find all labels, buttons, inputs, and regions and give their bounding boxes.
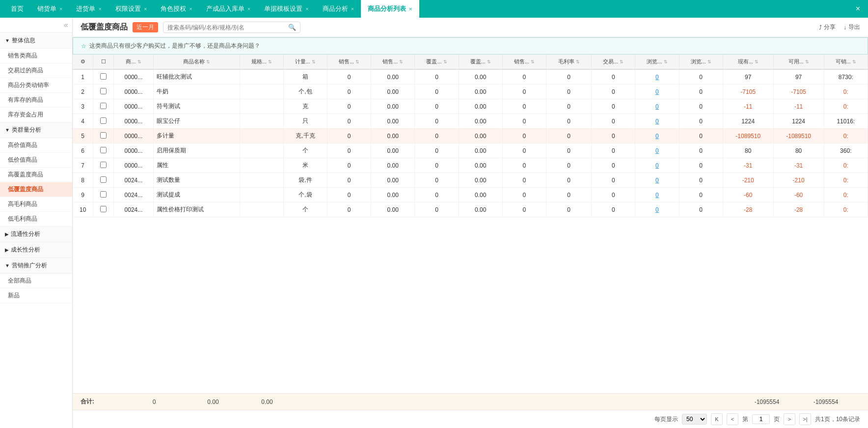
- cell-browse1[interactable]: 0: [635, 202, 679, 217]
- cell-browse1[interactable]: 0: [635, 158, 679, 173]
- info-banner: ☆ 这类商品只有很少客户购买过，是推广不够，还是商品本身问题？: [73, 37, 868, 55]
- sidebar-item-low-value[interactable]: 低价值商品: [0, 153, 72, 168]
- th-gross-rate[interactable]: 毛利率 ⇅: [546, 55, 592, 69]
- cell-browse1[interactable]: 0: [635, 188, 679, 202]
- th-trade[interactable]: 交易... ⇅: [592, 55, 635, 69]
- nav-permission-setting[interactable]: 权限设置 ×: [108, 0, 154, 18]
- sidebar-collapse-button[interactable]: «: [0, 18, 72, 33]
- th-available[interactable]: 可用... ⇅: [773, 55, 824, 69]
- th-name[interactable]: 商品名称 ⇅: [153, 55, 240, 69]
- sidebar-item-high-coverage[interactable]: 高覆盖度商品: [0, 168, 72, 182]
- sidebar-item-category-turnover[interactable]: 商品分类动销率: [0, 78, 72, 93]
- th-cover2[interactable]: 覆盖... ⇅: [459, 55, 502, 69]
- table-row: 7 0000... 属性 米 0 0.00 0 0.00 0 0 0 0 0 -…: [73, 158, 868, 173]
- cell-checkbox[interactable]: [93, 114, 114, 129]
- th-cover1[interactable]: 覆盖... ⇅: [415, 55, 459, 69]
- close-icon[interactable]: ×: [59, 0, 62, 18]
- th-spec[interactable]: 规格... ⇅: [240, 55, 283, 69]
- cell-browse1[interactable]: 0: [635, 173, 679, 188]
- close-icon[interactable]: ×: [305, 0, 308, 18]
- per-page-select[interactable]: 50 10 20 100: [682, 414, 707, 425]
- cell-checkbox[interactable]: [93, 69, 114, 85]
- cell-trade: 0: [592, 129, 635, 143]
- cell-checkbox[interactable]: [93, 129, 114, 143]
- th-checkbox[interactable]: ☐: [93, 55, 114, 69]
- cell-checkbox[interactable]: [93, 85, 114, 99]
- cell-browse1[interactable]: 0: [635, 69, 679, 85]
- sidebar-section-whole-info[interactable]: ▼ 整体信息: [0, 33, 72, 49]
- close-icon[interactable]: ×: [98, 0, 101, 18]
- cell-browse2: 0: [679, 85, 723, 99]
- sidebar-item-traded-products[interactable]: 交易过的商品: [0, 63, 72, 78]
- nav-product-inbound[interactable]: 产成品入库单 ×: [199, 0, 257, 18]
- next-page-button[interactable]: >: [784, 413, 795, 425]
- close-icon[interactable]: ×: [409, 0, 412, 18]
- sidebar-section-flow-analysis[interactable]: ▶ 流通性分析: [0, 227, 72, 242]
- th-saleable[interactable]: 可销... ⇅: [824, 55, 868, 69]
- sidebar-section-marketing-analysis[interactable]: ▼ 营销推广分析: [0, 258, 72, 274]
- cell-available: 97: [773, 69, 824, 85]
- data-table: ⚙ ☐ 商... ⇅ 商品名称 ⇅ 规格... ⇅ 计量... ⇅ 销售... …: [73, 55, 868, 217]
- cell-checkbox[interactable]: [93, 143, 114, 158]
- cell-browse1[interactable]: 0: [635, 99, 679, 114]
- th-setting[interactable]: ⚙: [73, 55, 93, 69]
- close-icon[interactable]: ×: [351, 0, 354, 18]
- sidebar-item-stocked-products[interactable]: 有库存的商品: [0, 93, 72, 108]
- sidebar-item-low-coverage[interactable]: 低覆盖度商品: [0, 182, 72, 197]
- cell-browse2: 0: [679, 202, 723, 217]
- cell-browse1[interactable]: 0: [635, 85, 679, 99]
- sidebar-item-low-margin[interactable]: 低毛利商品: [0, 212, 72, 227]
- cell-checkbox[interactable]: [93, 158, 114, 173]
- sidebar-item-high-value[interactable]: 高价值商品: [0, 138, 72, 153]
- prev-page-button[interactable]: <: [727, 413, 738, 425]
- nav-product-analysis[interactable]: 商品分析 ×: [316, 0, 361, 18]
- close-icon[interactable]: ×: [144, 0, 147, 18]
- nav-sales-order[interactable]: 销货单 ×: [30, 0, 69, 18]
- cell-current-stock: -60: [723, 188, 773, 202]
- window-close-button[interactable]: ×: [852, 4, 864, 13]
- th-sales-qty[interactable]: 销售... ⇅: [327, 55, 371, 69]
- export-button[interactable]: ↓ 导出: [843, 23, 860, 31]
- th-sales-amt[interactable]: 销售... ⇅: [371, 55, 415, 69]
- sidebar-item-stock-capital[interactable]: 库存资金占用: [0, 108, 72, 122]
- cell-browse1[interactable]: 0: [635, 129, 679, 143]
- table-row: 1 0000... 旺辅批次测试 箱 0 0.00 0 0.00 0 0 0 0…: [73, 69, 868, 85]
- share-button[interactable]: ⤴ 分享: [819, 23, 836, 31]
- last-page-button[interactable]: >|: [799, 413, 811, 425]
- nav-role-auth[interactable]: 角色授权 ×: [154, 0, 199, 18]
- sidebar-item-sales-products[interactable]: 销售类商品: [0, 49, 72, 63]
- cell-browse1[interactable]: 0: [635, 114, 679, 129]
- cell-num: 5: [73, 129, 93, 143]
- nav-product-analysis-list[interactable]: 商品分析列表 ×: [361, 0, 419, 18]
- cell-checkbox[interactable]: [93, 188, 114, 202]
- th-current-stock[interactable]: 现有... ⇅: [723, 55, 773, 69]
- nav-template-setting[interactable]: 单据模板设置 ×: [257, 0, 315, 18]
- cell-trade: 0: [592, 173, 635, 188]
- sidebar-section-growth-analysis[interactable]: ▶ 成长性分析: [0, 242, 72, 258]
- th-unit[interactable]: 计量... ⇅: [283, 55, 327, 69]
- close-icon[interactable]: ×: [189, 0, 192, 18]
- cell-browse1[interactable]: 0: [635, 143, 679, 158]
- first-page-button[interactable]: K: [711, 413, 723, 425]
- cell-checkbox[interactable]: [93, 99, 114, 114]
- sidebar-section-category-analysis[interactable]: ▼ 类群量分析: [0, 122, 72, 138]
- th-code[interactable]: 商... ⇅: [114, 55, 153, 69]
- cell-checkbox[interactable]: [93, 202, 114, 217]
- nav-purchase-order[interactable]: 进货单 ×: [69, 0, 108, 18]
- nav-home[interactable]: 首页: [4, 0, 30, 18]
- th-browse1[interactable]: 浏览... ⇅: [635, 55, 679, 69]
- cell-sales3: 0: [502, 129, 546, 143]
- sidebar-item-high-margin[interactable]: 高毛利商品: [0, 197, 72, 212]
- time-tag-button[interactable]: 近一月: [133, 22, 158, 32]
- cell-sales-qty: 0: [327, 114, 371, 129]
- th-sales3[interactable]: 销售... ⇅: [502, 55, 546, 69]
- sidebar-item-all-products[interactable]: 全部商品: [0, 274, 72, 288]
- close-icon[interactable]: ×: [247, 0, 250, 18]
- sidebar-item-new-products[interactable]: 新品: [0, 288, 72, 303]
- th-browse2[interactable]: 浏览... ⇅: [679, 55, 723, 69]
- search-input[interactable]: [167, 24, 286, 31]
- page-number-input[interactable]: [752, 414, 770, 424]
- cell-num: 6: [73, 143, 93, 158]
- data-table-container[interactable]: ⚙ ☐ 商... ⇅ 商品名称 ⇅ 规格... ⇅ 计量... ⇅ 销售... …: [73, 55, 868, 393]
- cell-checkbox[interactable]: [93, 173, 114, 188]
